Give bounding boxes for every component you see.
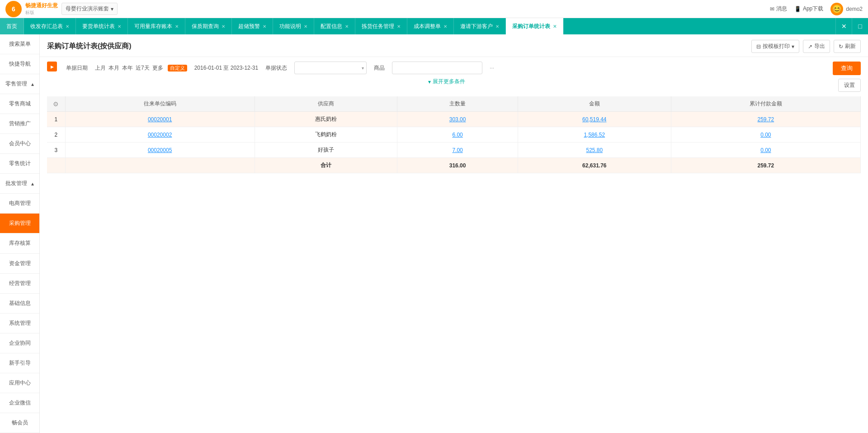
close-tab-7[interactable]: ✕ [397, 24, 401, 29]
sidebar-item-finance[interactable]: 资金管理 [0, 254, 39, 274]
row-1-qty[interactable]: 303.00 [397, 112, 518, 127]
logo-area: 6 畅捷通好生意 标版 母婴行业演示账套 ▾ [5, 1, 118, 17]
export-btn[interactable]: ↗ 导出 [803, 40, 830, 53]
table-row: 3 00020005 好孩子 7.00 525.80 0.00 [47, 143, 861, 158]
nav-right-btns: ✕ □ [835, 18, 868, 34]
row-1-seq: 1 [47, 112, 65, 127]
app-download-btn[interactable]: 📱 App下载 [794, 5, 823, 13]
sidebar-item-operation[interactable]: 经营管理 [0, 274, 39, 294]
goods-more-icon[interactable]: ··· [490, 65, 494, 71]
settings-btn[interactable]: 设置 [838, 79, 861, 92]
row-3-amount[interactable]: 525.80 [518, 143, 671, 158]
status-select[interactable] [294, 62, 367, 74]
close-tab-2[interactable]: ✕ [175, 24, 179, 29]
table-row: 1 00020001 惠氏奶粉 303.00 60,519.44 259.72 [47, 112, 861, 127]
sidebar-item-base-info[interactable]: 基础信息 [0, 294, 39, 314]
sidebar-item-wholesale[interactable]: 批发管理 ▴ [0, 174, 39, 194]
sidebar-item-retail-stats[interactable]: 零售统计 [0, 154, 39, 174]
close-tab-3[interactable]: ✕ [222, 24, 225, 29]
sidebar-item-search[interactable]: 搜索菜单 [0, 34, 39, 54]
sidebar-item-nav[interactable]: 快捷导航 [0, 54, 39, 74]
user-area[interactable]: 😊 demo2 [830, 3, 863, 15]
expand-more-btn[interactable]: ▾ 展开更多条件 [425, 76, 469, 87]
filter-row-2: ▾ 展开更多条件 [66, 76, 827, 87]
row-2-paid[interactable]: 0.00 [671, 127, 860, 143]
sidebar-item-member2[interactable]: 畅会员 [0, 413, 39, 433]
row-3-paid[interactable]: 0.00 [671, 143, 860, 158]
tab-caigou-active[interactable]: 采购订单统计表 ✕ [506, 18, 563, 34]
row-2-seq: 2 [47, 127, 65, 143]
table-area: ⚙ 往来单位编码 供应商 主数量 金额 累计付款金额 1 00020001 惠氏 [40, 96, 868, 181]
sidebar-item-app-center[interactable]: 应用中心 [0, 373, 39, 393]
close-tab-10[interactable]: ✕ [553, 24, 557, 29]
close-tab-5[interactable]: ✕ [304, 24, 307, 29]
row-1-amount[interactable]: 60,519.44 [518, 112, 671, 127]
sidebar-item-collab[interactable]: 企业协同 [0, 333, 39, 353]
tab-peizhi[interactable]: 配置信息 ✕ [314, 18, 355, 34]
main-content: 采购订单统计表(按供应商) ⊟ 按模板打印 ▾ ↗ 导出 ↻ 刷新 [40, 34, 868, 433]
tab-shoufacun[interactable]: 收发存汇总表 ✕ [24, 18, 76, 34]
sidebar-item-ecommerce[interactable]: 电商管理 [0, 194, 39, 214]
chevron-icon-2: ▴ [31, 181, 34, 187]
row-3-code[interactable]: 00020005 [65, 143, 255, 158]
close-tab-0[interactable]: ✕ [66, 24, 69, 29]
avatar: 😊 [830, 3, 843, 15]
workspace-selector[interactable]: 母婴行业演示账套 ▾ [61, 3, 118, 15]
row-3-qty[interactable]: 7.00 [397, 143, 518, 158]
tab-baozhi[interactable]: 保质期查询 ✕ [185, 18, 232, 34]
sidebar-item-marketing[interactable]: 营销推广 [0, 114, 39, 134]
sidebar-item-system[interactable]: 系统管理 [0, 314, 39, 333]
tab-kucun[interactable]: 可用量库存账本 ✕ [128, 18, 185, 34]
row-2-code[interactable]: 00020002 [65, 127, 255, 143]
print-icon: ⊟ [756, 43, 761, 50]
sidebar-item-member[interactable]: 会员中心 [0, 134, 39, 154]
shortcut-this-year[interactable]: 本年 [122, 64, 133, 72]
row-1-paid[interactable]: 259.72 [671, 112, 860, 127]
footer-amount: 62,631.76 [518, 158, 671, 173]
close-window-btn[interactable]: ✕ [835, 18, 852, 34]
shortcut-7days[interactable]: 近7天 [136, 64, 150, 72]
col-amount: 金额 [518, 96, 671, 112]
tab-yaoqing[interactable]: 邀请下游客户 ✕ [454, 18, 506, 34]
close-tab-9[interactable]: ✕ [495, 24, 499, 29]
query-btn[interactable]: 查询 [833, 62, 861, 75]
refresh-icon: ↻ [839, 43, 843, 50]
toggle-filter-btn[interactable]: ▸ [47, 62, 57, 71]
chevron-down-icon: ▾ [792, 43, 794, 50]
sidebar-item-retail-shop[interactable]: 零售商城 [0, 94, 39, 114]
row-2-supplier: 飞鹤奶粉 [255, 127, 397, 143]
close-tab-8[interactable]: ✕ [443, 24, 447, 29]
refresh-btn[interactable]: ↻ 刷新 [834, 40, 861, 53]
maximize-btn[interactable]: □ [852, 18, 868, 34]
tab-gongneng[interactable]: 功能说明 ✕ [273, 18, 314, 34]
row-1-code[interactable]: 00020001 [65, 112, 255, 127]
sidebar-item-retail-mgmt[interactable]: 零售管理 ▴ [0, 74, 39, 94]
shortcut-more[interactable]: 更多 [152, 64, 163, 72]
shortcut-this-month[interactable]: 本月 [108, 64, 119, 72]
close-tab-6[interactable]: ✕ [345, 24, 349, 29]
goods-input[interactable] [392, 62, 482, 74]
sidebar-item-wechat[interactable]: 企业微信 [0, 393, 39, 413]
close-tab-4[interactable]: ✕ [263, 24, 266, 29]
message-btn[interactable]: ✉ 消息 [770, 5, 787, 13]
page-container: 采购订单统计表(按供应商) ⊟ 按模板打印 ▾ ↗ 导出 ↻ 刷新 [40, 34, 868, 433]
close-tab-1[interactable]: ✕ [118, 24, 121, 29]
export-icon: ↗ [808, 43, 812, 50]
tab-yaohuo[interactable]: 要货单统计表 ✕ [76, 18, 128, 34]
row-2-amount[interactable]: 1,586.52 [518, 127, 671, 143]
tab-jianhuo[interactable]: 拣货任务管理 ✕ [355, 18, 407, 34]
col-paid: 累计付款金额 [671, 96, 860, 112]
row-2-qty[interactable]: 6.00 [397, 127, 518, 143]
tab-home[interactable]: 首页 [0, 18, 24, 34]
sidebar-item-purchase[interactable]: 采购管理 [0, 214, 39, 233]
shortcut-last-month[interactable]: 上月 [95, 64, 106, 72]
logo-text: 畅捷通好生意 [25, 2, 58, 10]
nav-tabs: 首页 收发存汇总表 ✕ 要货单统计表 ✕ 可用量库存账本 ✕ 保质期查询 ✕ 超… [0, 18, 868, 34]
tab-chengben[interactable]: 成本调整单 ✕ [407, 18, 454, 34]
template-print-btn[interactable]: ⊟ 按模板打印 ▾ [751, 40, 799, 53]
tab-chaochuyujing[interactable]: 超储预警 ✕ [232, 18, 273, 34]
status-filter-label: 单据状态 [265, 64, 287, 72]
gear-icon[interactable]: ⚙ [53, 100, 59, 108]
sidebar-item-inventory[interactable]: 库存核算 [0, 233, 39, 253]
sidebar-item-guide[interactable]: 新手引导 [0, 353, 39, 373]
